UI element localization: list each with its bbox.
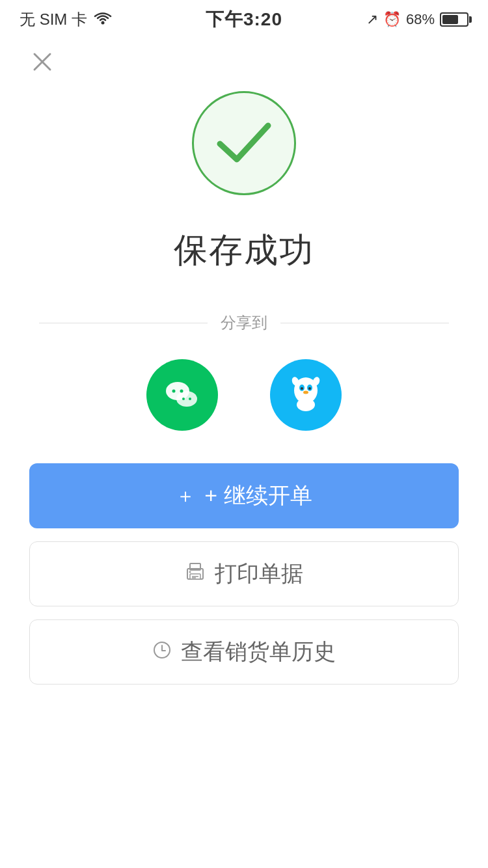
continue-label: + 继续开单 (204, 481, 312, 511)
share-divider: 分享到 (0, 312, 488, 333)
svg-point-5 (172, 390, 176, 393)
wechat-share-button[interactable] (146, 359, 218, 431)
plus-icon: ＋ (176, 483, 195, 509)
svg-point-8 (189, 398, 191, 400)
qq-share-button[interactable] (270, 359, 342, 431)
history-label: 查看销货单历史 (181, 637, 336, 667)
svg-point-23 (189, 571, 191, 573)
svg-point-13 (301, 387, 303, 390)
close-button[interactable] (26, 46, 59, 78)
svg-point-4 (176, 391, 197, 407)
svg-point-14 (308, 387, 311, 390)
history-button[interactable]: 查看销货单历史 (29, 619, 459, 685)
status-bar: 无 SIM 卡 下午3:20 ↗ ⏰ 68% (0, 0, 488, 39)
status-right: ↗ ⏰ 68% (366, 11, 468, 28)
alarm-icon: ⏰ (383, 11, 401, 28)
battery-percent: 68% (406, 11, 435, 28)
battery-icon (440, 12, 468, 27)
wifi-icon (94, 10, 112, 29)
status-left: 无 SIM 卡 (20, 9, 112, 30)
print-button[interactable]: 打印单据 (29, 541, 459, 606)
main-content: 保存成功 分享到 (0, 39, 488, 685)
success-circle (192, 91, 296, 195)
action-buttons: ＋ + 继续开单 打印单据 (29, 463, 459, 685)
svg-point-7 (182, 398, 185, 400)
status-time: 下午3:20 (206, 7, 282, 32)
print-label: 打印单据 (215, 559, 303, 589)
battery-fill (442, 15, 458, 24)
divider-right (280, 323, 449, 323)
svg-point-0 (102, 21, 105, 25)
continue-button[interactable]: ＋ + 继续开单 (29, 463, 459, 528)
history-icon (152, 640, 172, 664)
svg-point-10 (297, 398, 315, 411)
success-title: 保存成功 (174, 228, 314, 273)
share-icons (146, 359, 342, 431)
share-section: 分享到 (0, 312, 488, 431)
location-icon: ↗ (366, 11, 378, 28)
print-icon (185, 562, 206, 586)
svg-point-15 (303, 391, 308, 394)
carrier-text: 无 SIM 卡 (20, 9, 87, 30)
divider-left (39, 323, 208, 323)
svg-point-6 (180, 390, 183, 393)
share-label: 分享到 (221, 312, 267, 333)
